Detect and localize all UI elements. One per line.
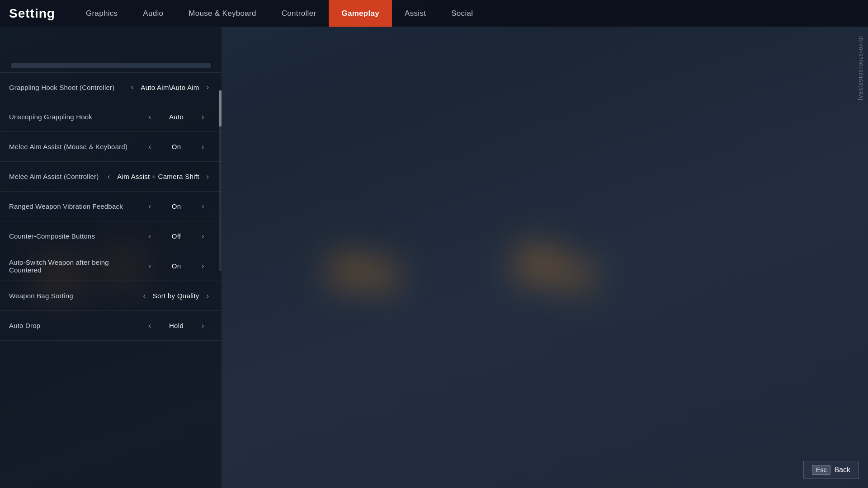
setting-left-arrow-weapon-bag-sorting[interactable]: ‹ [139,290,149,302]
light-blob-6 [556,262,597,289]
nav-tab-mouse-keyboard[interactable]: Mouse & Keyboard [176,0,269,27]
setting-label-grappling-hook-shoot: Grappling Hook Shoot (Controller) [9,84,123,91]
setting-label-auto-drop: Auto Drop [9,322,136,329]
nav-tab-audio[interactable]: Audio [130,0,176,27]
setting-control-melee-aim-assist-mkb: ‹On› [140,141,212,153]
settings-panel: Grappling Hook Shoot (Controller)‹Auto A… [0,27,222,488]
setting-item-weapon-bag-sorting: Weapon Bag Sorting‹Sort by Quality› [0,281,222,311]
nav-tab-assist[interactable]: Assist [392,0,439,27]
setting-label-melee-aim-assist-controller: Melee Aim Assist (Controller) [9,173,99,180]
setting-control-weapon-bag-sorting: ‹Sort by Quality› [139,290,212,302]
setting-right-arrow-melee-aim-assist-controller[interactable]: › [203,171,212,183]
settings-list: Grappling Hook Shoot (Controller)‹Auto A… [0,72,222,341]
nav-tab-gameplay[interactable]: Gameplay [329,0,392,27]
setting-value-grappling-hook-shoot: Auto Aim\Auto Aim [141,84,199,91]
setting-left-arrow-auto-drop[interactable]: ‹ [145,320,155,332]
setting-value-melee-aim-assist-mkb: On [158,143,194,150]
setting-left-arrow-counter-composite-buttons[interactable]: ‹ [145,230,155,242]
setting-left-arrow-grappling-hook-shoot[interactable]: ‹ [127,81,137,93]
setting-control-grappling-hook-shoot: ‹Auto Aim\Auto Aim› [127,81,212,93]
setting-right-arrow-unscoping-grappling-hook[interactable]: › [198,111,208,123]
back-key: Esc [812,465,830,475]
setting-item-grappling-hook-shoot: Grappling Hook Shoot (Controller)‹Auto A… [0,72,222,102]
setting-control-auto-drop: ‹Hold› [140,320,212,332]
nav-tab-graphics[interactable]: Graphics [73,0,130,27]
setting-item-ranged-weapon-vibration: Ranged Weapon Vibration Feedback‹On› [0,192,222,221]
setting-item-auto-drop: Auto Drop‹Hold› [0,311,222,341]
setting-right-arrow-ranged-weapon-vibration[interactable]: › [198,201,208,212]
setting-value-counter-composite-buttons: Off [158,232,194,240]
back-label: Back [834,466,850,474]
setting-label-auto-switch-weapon: Auto-Switch Weapon after being Countered [9,258,136,274]
setting-control-ranged-weapon-vibration: ‹On› [140,201,212,212]
nav-tab-social[interactable]: Social [439,0,486,27]
setting-item-unscoping-grappling-hook: Unscoping Grappling Hook‹Auto› [0,102,222,132]
setting-left-arrow-unscoping-grappling-hook[interactable]: ‹ [145,111,155,123]
settings-header-divider [11,63,211,68]
setting-control-auto-switch-weapon: ‹On› [140,260,212,272]
setting-control-counter-composite-buttons: ‹Off› [140,230,212,242]
setting-value-auto-switch-weapon: On [158,262,194,270]
setting-left-arrow-ranged-weapon-vibration[interactable]: ‹ [145,201,155,212]
setting-label-ranged-weapon-vibration: Ranged Weapon Vibration Feedback [9,202,136,210]
setting-label-unscoping-grappling-hook: Unscoping Grappling Hook [9,113,136,121]
setting-left-arrow-melee-aim-assist-controller[interactable]: ‹ [104,171,113,183]
app-title: Setting [9,6,55,21]
side-info: ID:4046700100168[SEA] [858,36,863,101]
setting-value-melee-aim-assist-controller: Aim Assist + Camera Shift [117,173,199,180]
setting-right-arrow-weapon-bag-sorting[interactable]: › [203,290,212,302]
setting-label-counter-composite-buttons: Counter-Composite Buttons [9,232,136,240]
setting-left-arrow-auto-switch-weapon[interactable]: ‹ [145,260,155,272]
setting-value-auto-drop: Hold [158,322,194,329]
setting-control-melee-aim-assist-controller: ‹Aim Assist + Camera Shift› [104,171,212,183]
scrollbar-track[interactable] [219,90,222,271]
setting-right-arrow-melee-aim-assist-mkb[interactable]: › [198,141,208,153]
setting-item-melee-aim-assist-controller: Melee Aim Assist (Controller)‹Aim Assist… [0,162,222,192]
nav-tabs: GraphicsAudioMouse & KeyboardControllerG… [73,0,486,27]
setting-control-unscoping-grappling-hook: ‹Auto› [140,111,212,123]
scrollbar-thumb[interactable] [219,90,222,127]
nav-tab-controller[interactable]: Controller [269,0,329,27]
setting-right-arrow-auto-drop[interactable]: › [198,320,208,332]
back-button[interactable]: Esc Back [803,461,859,479]
setting-right-arrow-counter-composite-buttons[interactable]: › [198,230,208,242]
nav-bar: Setting GraphicsAudioMouse & KeyboardCon… [0,0,868,27]
light-blob-4 [362,262,402,289]
setting-right-arrow-auto-switch-weapon[interactable]: › [198,260,208,272]
setting-label-melee-aim-assist-mkb: Melee Aim Assist (Mouse & Keyboard) [9,143,136,150]
setting-label-weapon-bag-sorting: Weapon Bag Sorting [9,292,135,300]
setting-item-melee-aim-assist-mkb: Melee Aim Assist (Mouse & Keyboard)‹On› [0,132,222,162]
setting-item-counter-composite-buttons: Counter-Composite Buttons‹Off› [0,221,222,251]
setting-value-weapon-bag-sorting: Sort by Quality [153,292,199,300]
setting-left-arrow-melee-aim-assist-mkb[interactable]: ‹ [145,141,155,153]
setting-item-auto-switch-weapon: Auto-Switch Weapon after being Countered… [0,251,222,281]
setting-value-unscoping-grappling-hook: Auto [158,113,194,121]
setting-right-arrow-grappling-hook-shoot[interactable]: › [203,81,212,93]
setting-value-ranged-weapon-vibration: On [158,202,194,210]
